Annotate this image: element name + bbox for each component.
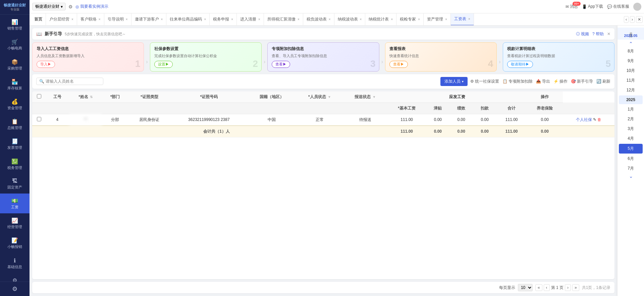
tab-首页[interactable]: 首页	[31, 13, 46, 26]
month-item-9月[interactable]: 9月	[618, 56, 644, 66]
page-last-btn[interactable]: »	[572, 284, 579, 291]
sidebar-item-销售管理[interactable]: 📊销售管理	[0, 15, 30, 35]
guide-video-link[interactable]: ◎ 视频	[576, 31, 589, 37]
month-item-3月[interactable]: 3月	[618, 124, 644, 134]
month-nav-down[interactable]: ⌃	[629, 173, 633, 179]
sidebar-item-小畅电商[interactable]: 🛒小畅电商	[0, 35, 30, 54]
tab-close-3[interactable]: ×	[126, 17, 128, 21]
sidebar-item-税务管理[interactable]: 💹税务管理	[0, 154, 30, 174]
ops-personal-social[interactable]: 个人社保	[576, 117, 592, 122]
settings-icon[interactable]: ⚙	[12, 285, 17, 293]
month-item-12月[interactable]: 12月	[618, 85, 644, 95]
guide-help-link[interactable]: ? 帮助	[592, 31, 604, 37]
tab-prev-btn[interactable]: ‹	[624, 16, 629, 23]
tab-close-2[interactable]: ×	[99, 17, 101, 21]
month-nav-up[interactable]: ⌃	[629, 41, 633, 46]
tab-close-13[interactable]: ×	[445, 17, 447, 21]
toolbar-action-导出[interactable]: 📤 导出	[536, 79, 550, 84]
step-btn-2[interactable]: 设置▶	[154, 61, 173, 68]
sidebar-item-资金管理[interactable]: 💰资金管理	[0, 94, 30, 114]
tab-close-1[interactable]: ×	[71, 17, 73, 21]
page-next-btn[interactable]: ›	[565, 284, 571, 291]
month-item-10月[interactable]: 10月	[618, 66, 644, 76]
month-item-5月[interactable]: 5月	[619, 144, 643, 154]
sidebar-item-总账管理[interactable]: 📋总账管理	[0, 114, 30, 134]
sidebar-item-经营管理[interactable]: 📈经营管理	[0, 213, 30, 233]
tab-邀请下游客户[interactable]: 邀请下游客户×	[131, 13, 167, 26]
report-filter-icon[interactable]: ▼	[373, 95, 376, 99]
toolbar-action-刷新[interactable]: 🔄 刷新	[596, 79, 610, 84]
tab-close-12[interactable]: ×	[418, 17, 420, 21]
topbar-messages[interactable]: ✉ 消息 99+	[566, 4, 578, 9]
month-item-4月[interactable]: 4月	[618, 134, 644, 143]
sidebar-item-采购管理[interactable]: 📦采购管理	[0, 55, 30, 75]
tab-close-5[interactable]: ×	[204, 17, 206, 21]
tab-税务申报[interactable]: 税务申报×	[210, 13, 237, 26]
tab-close-10[interactable]: ×	[360, 17, 362, 21]
tab-税检专家[interactable]: 税检专家×	[396, 13, 424, 26]
add-person-button[interactable]: 添加人员 ▾	[440, 77, 468, 86]
tab-进入清册[interactable]: 进入清册×	[237, 13, 264, 26]
tab-close-8[interactable]: ×	[298, 17, 300, 21]
tab-close-all-btn[interactable]: ✕	[636, 16, 643, 23]
tab-户分层经营[interactable]: 户分层经营×	[46, 13, 77, 26]
month-item-8月[interactable]: 8月	[618, 46, 644, 56]
tab-close-11[interactable]: ×	[391, 17, 393, 21]
user-avatar[interactable]	[633, 3, 641, 11]
tab-往来单位商品编码[interactable]: 往来单位商品编码×	[166, 13, 210, 26]
tab-引导说明[interactable]: 引导说明×	[104, 13, 131, 26]
search-input[interactable]	[46, 79, 100, 84]
tab-纳税统计表[interactable]: 纳税统计表×	[365, 13, 396, 26]
select-all-checkbox[interactable]	[37, 94, 41, 98]
topbar-app-download[interactable]: 📱 App下载	[582, 4, 603, 9]
page-first-btn[interactable]: «	[535, 284, 542, 291]
month-item-11月[interactable]: 11月	[618, 76, 644, 85]
status-filter-icon[interactable]: ▼	[328, 95, 331, 99]
month-item-7月[interactable]: 7月	[618, 164, 644, 173]
month-item-1月[interactable]: 1月	[618, 104, 644, 114]
topbar-brand-arrow[interactable]: ▾	[61, 4, 63, 9]
sidebar-item-固定资产[interactable]: 🏗固定资产	[0, 174, 30, 194]
sidebar-item-小畅报销[interactable]: 📝小畅报销	[0, 233, 30, 253]
toolbar-action-专项附加扣除[interactable]: 📋 专项附加扣除	[502, 79, 533, 84]
sidebar-item-发票管理[interactable]: 🧾发票管理	[0, 134, 30, 154]
tab-纳税波动表[interactable]: 纳税波动表×	[334, 13, 366, 26]
guide-close-btn[interactable]: ✕	[607, 32, 610, 36]
topbar-brand[interactable]: 畅捷通好业财 ▾	[32, 3, 66, 10]
row-select-checkbox-0[interactable]	[37, 117, 41, 121]
tab-资产管理[interactable]: 资产管理×	[424, 13, 451, 26]
tab-close-9[interactable]: ×	[329, 17, 331, 21]
page-size-select[interactable]: 10 20 50	[518, 284, 533, 291]
ops-delete-icon[interactable]: 🗑	[597, 117, 601, 122]
toolbar-action-统一社保设置[interactable]: ⚙ 统一社保设置	[470, 79, 499, 84]
tab-close-4[interactable]: ×	[161, 17, 163, 21]
month-item-6月[interactable]: 6月	[618, 154, 644, 164]
sidebar-item-系统管理[interactable]: ⚙系统管理	[0, 273, 30, 282]
topbar-settings-icon[interactable]: ⚙	[68, 3, 73, 10]
topbar-online-service[interactable]: 💬 在线客服	[607, 4, 629, 9]
toolbar-action-icon-2: 📤	[536, 79, 541, 84]
sidebar-item-基础信息[interactable]: ℹ基础信息	[0, 253, 30, 273]
step-btn-1[interactable]: 导入▶	[37, 61, 55, 68]
tab-next-btn[interactable]: ›	[630, 16, 635, 23]
tab-close-6[interactable]: ×	[231, 17, 233, 21]
tab-客户联络[interactable]: 客户联络×	[77, 13, 104, 26]
name-sort-icon[interactable]: ⇅	[90, 95, 93, 99]
sidebar-item-库存核算[interactable]: 🏪库存核算	[0, 75, 30, 94]
month-item-2025[interactable]: 2025	[619, 95, 643, 104]
tab-close-7[interactable]: ×	[258, 17, 260, 21]
month-item-2月[interactable]: 2月	[618, 114, 644, 124]
step-btn-4[interactable]: 查看▶	[389, 61, 408, 68]
topbar-demo[interactable]: ◎ 我要看实例演示	[75, 4, 108, 9]
toolbar-action-操作[interactable]: ⚡ 操作	[553, 79, 568, 84]
sidebar-item-工资[interactable]: 💵工资	[0, 194, 30, 213]
ops-edit-icon[interactable]: ✎	[593, 117, 596, 122]
tab-工资表[interactable]: 工资表×	[451, 13, 474, 26]
tab-close-14[interactable]: ×	[468, 17, 470, 21]
tab-税负波动表[interactable]: 税负波动表×	[303, 13, 334, 26]
step-btn-5[interactable]: 敬请期待▶	[507, 61, 533, 68]
tab-所得税汇算清缴[interactable]: 所得税汇算清缴×	[264, 13, 303, 26]
page-prev-btn[interactable]: ‹	[544, 284, 550, 291]
toolbar-action-新手引导[interactable]: 🎯 新手引导	[571, 79, 593, 84]
step-btn-3[interactable]: 查看▶	[272, 61, 290, 68]
